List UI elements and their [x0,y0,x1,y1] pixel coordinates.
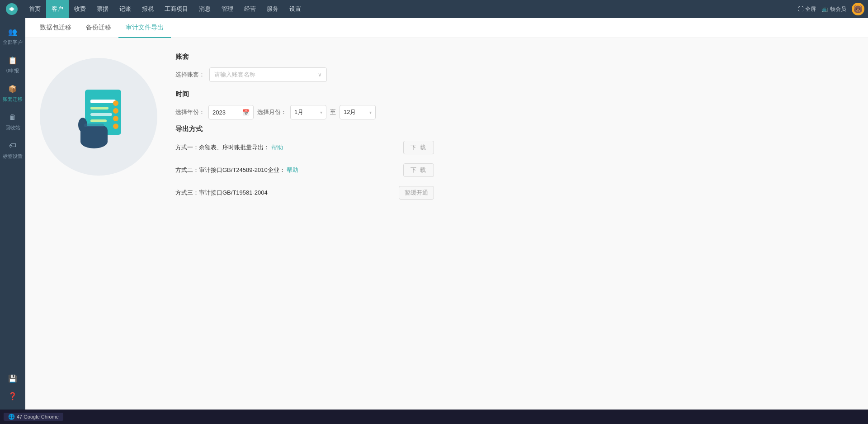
page-content: 账套 选择账套： 请输入账套名称 ∨ 时间 选择年份： 2023 � [25,38,868,410]
export-method-3-open-button[interactable]: 暂缓开通 [399,186,434,200]
export-method-1-help-link[interactable]: 帮助 [271,144,283,151]
sidebar-item-account-migration[interactable]: 📦 账套迁移 [0,79,25,107]
nav-settings[interactable]: 设置 [284,0,307,18]
month-start-chevron-icon: ▾ [320,110,322,115]
nav-customer[interactable]: 客户 [46,0,69,18]
svg-rect-6 [90,119,107,122]
svg-point-10 [113,124,118,129]
export-section-title: 导出方式 [175,125,438,133]
account-select-row: 选择账套： 请输入账套名称 ∨ [175,67,438,82]
recycle-icon: 🗑 [7,112,18,123]
customers-icon: 👥 [7,26,18,37]
time-section-title: 时间 [175,90,438,99]
sidebar-item-all-customers[interactable]: 👥 全部客户 [0,22,25,50]
nav-manage[interactable]: 管理 [216,0,239,18]
main-layout: 👥 全部客户 📋 0申报 📦 账套迁移 🗑 回收站 🏷 标签设置 💾 ❓ 数据包… [0,18,868,410]
taskbar-chrome-item[interactable]: 🌐 47 Google Chrome [4,413,63,421]
svg-rect-14 [84,124,104,127]
content-area: 数据包迁移 备份迁移 审计文件导出 [25,18,868,410]
month-label: 选择月份： [257,108,287,116]
svg-point-7 [113,100,118,106]
svg-point-1 [10,8,13,10]
nav-home[interactable]: 首页 [24,0,46,18]
nav-business[interactable]: 工商项目 [159,0,193,18]
account-section-title: 账套 [175,52,438,61]
sidebar-download-button[interactable]: 💾 [6,371,19,386]
export-method-3-row: 方式三：审计接口GB/T19581-2004 暂缓开通 [175,186,438,200]
member-button[interactable]: 📺 畅会员 [821,5,846,13]
svg-point-9 [113,116,118,121]
declare-icon: 📋 [7,55,18,66]
svg-rect-4 [90,107,108,110]
svg-point-8 [113,108,118,114]
member-icon: 📺 [821,6,828,12]
year-input[interactable]: 2023 📅 [208,105,254,119]
top-nav-right: ⛶ 全屏 📺 畅会员 🐻 [798,3,864,15]
nav-tax[interactable]: 报税 [137,0,159,18]
illustration-circle [40,58,157,176]
export-method-1-download-button[interactable]: 下 载 [403,141,434,154]
fullscreen-button[interactable]: ⛶ 全屏 [798,5,816,13]
migration-icon: 📦 [7,83,18,94]
illustration-area [40,49,157,399]
sidebar-item-label-settings[interactable]: 🏷 标签设置 [0,136,25,164]
time-to-separator: 至 [330,108,336,116]
svg-rect-5 [90,113,112,116]
tab-audit-export[interactable]: 审计文件导出 [118,18,171,38]
calendar-icon: 📅 [242,109,250,116]
label-icon: 🏷 [7,140,18,151]
svg-rect-3 [90,100,116,103]
export-method-2-download-button[interactable]: 下 载 [403,163,434,177]
sidebar: 👥 全部客户 📋 0申报 📦 账套迁移 🗑 回收站 🏷 标签设置 💾 ❓ [0,18,25,410]
tabs-bar: 数据包迁移 备份迁移 审计文件导出 [25,18,868,38]
nav-invoice[interactable]: 票据 [91,0,114,18]
time-row: 选择年份： 2023 📅 选择月份： 1月 ▾ 至 12月 ▾ [175,105,438,119]
nav-fee[interactable]: 收费 [69,0,91,18]
fullscreen-icon: ⛶ [798,6,803,12]
nav-items: 首页 客户 收费 票据 记账 报税 工商项目 消息 管理 经营 服务 设置 [24,0,798,18]
tab-data-migration[interactable]: 数据包迁移 [33,18,79,38]
account-select-label: 选择账套： [175,71,205,79]
account-select-input[interactable]: 请输入账套名称 ∨ [209,67,327,82]
nav-accounting[interactable]: 记账 [114,0,137,18]
nav-operation[interactable]: 经营 [239,0,261,18]
export-method-1-row: 方式一：余额表、序时账批量导出： 帮助 下 载 [175,141,438,154]
section-divider: 时间 [175,90,438,99]
chrome-icon: 🌐 [8,414,14,420]
export-method-2-help-link[interactable]: 帮助 [287,167,298,173]
app-logo [4,1,20,17]
sidebar-bottom: 💾 ❓ [6,371,19,410]
account-select-chevron-icon: ∨ [318,71,322,78]
month-start-select[interactable]: 1月 ▾ [290,105,326,119]
month-end-chevron-icon: ▾ [369,110,372,115]
sidebar-item-recycle[interactable]: 🗑 回收站 [0,107,25,136]
export-method-2-row: 方式二：审计接口GB/T24589-2010企业： 帮助 下 载 [175,163,438,177]
form-area: 账套 选择账套： 请输入账套名称 ∨ 时间 选择年份： 2023 � [175,49,438,399]
month-end-select[interactable]: 12月 ▾ [340,105,376,119]
avatar[interactable]: 🐻 [852,3,864,15]
sidebar-help-button[interactable]: ❓ [6,388,19,404]
export-method-2-text: 方式二：审计接口GB/T24589-2010企业： 帮助 [175,166,403,174]
top-navigation: 首页 客户 收费 票据 记账 报税 工商项目 消息 管理 经营 服务 设置 ⛶ … [0,0,868,18]
year-label: 选择年份： [175,108,205,116]
nav-message[interactable]: 消息 [193,0,216,18]
nav-service[interactable]: 服务 [261,0,284,18]
taskbar: 🌐 47 Google Chrome [0,410,868,424]
sidebar-item-zero-declare[interactable]: 📋 0申报 [0,50,25,79]
export-method-3-text: 方式三：审计接口GB/T19581-2004 [175,189,399,197]
export-method-1-text: 方式一：余额表、序时账批量导出： 帮助 [175,143,403,152]
illustration-svg [53,71,144,162]
tab-backup-migration[interactable]: 备份迁移 [79,18,118,38]
